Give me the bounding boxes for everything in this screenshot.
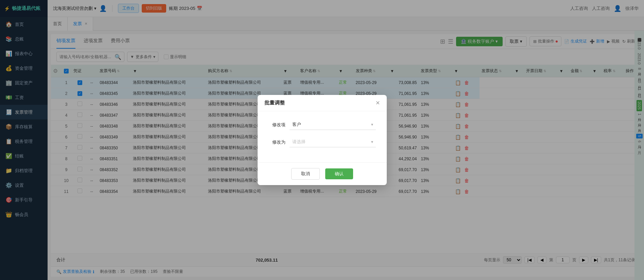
modal-overlay[interactable]: 批量调整 ✕ 修改项 客户 ▾ 修改为 请选择 ▾ 取消 确认 — [0, 0, 644, 280]
modify-field-row: 修改项 客户 ▾ — [268, 119, 376, 130]
modify-to-row: 修改为 请选择 ▾ — [268, 137, 376, 147]
modify-field-value: 客户 — [292, 121, 301, 128]
modify-field-chevron-icon: ▾ — [371, 122, 373, 127]
modal-title: 批量调整 — [264, 100, 285, 106]
modify-to-label: 修改为 — [268, 139, 285, 145]
modify-to-placeholder: 请选择 — [292, 139, 306, 145]
modify-field-select[interactable]: 客户 ▾ — [290, 119, 376, 130]
modify-to-chevron-icon: ▾ — [371, 139, 373, 144]
modify-to-select[interactable]: 请选择 ▾ — [290, 137, 376, 147]
confirm-button[interactable]: 确认 — [325, 168, 353, 179]
cancel-button[interactable]: 取消 — [291, 168, 320, 180]
batch-adjust-modal: 批量调整 ✕ 修改项 客户 ▾ 修改为 请选择 ▾ 取消 确认 — [258, 95, 387, 185]
modal-header: 批量调整 ✕ — [258, 95, 387, 111]
modal-body: 修改项 客户 ▾ 修改为 请选择 ▾ — [258, 111, 387, 162]
modify-field-label: 修改项 — [268, 122, 285, 128]
modal-close-btn[interactable]: ✕ — [376, 100, 380, 106]
modal-footer: 取消 确认 — [258, 162, 387, 185]
